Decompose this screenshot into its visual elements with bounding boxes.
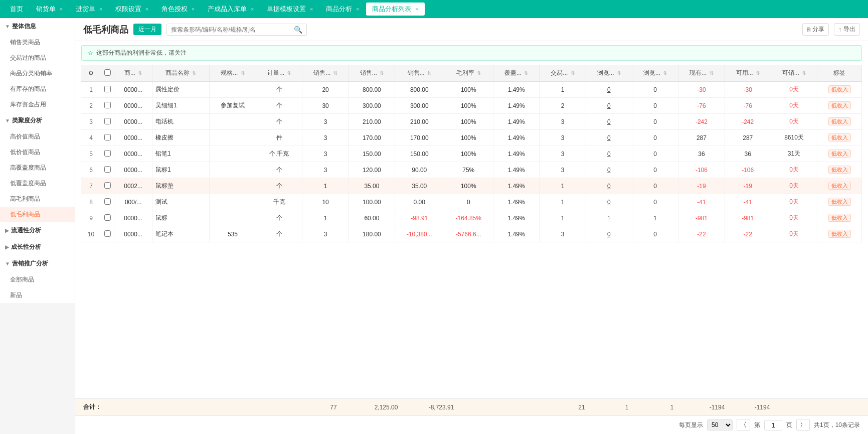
nav-permission-close[interactable]: ×	[145, 6, 148, 12]
cell-checkbox[interactable]	[101, 98, 114, 114]
prev-page-button[interactable]: 〈	[737, 419, 750, 431]
header-actions: ⎘ 分享 ↑ 导出	[802, 23, 860, 36]
export-button[interactable]: ↑ 导出	[834, 23, 860, 36]
row-checkbox[interactable]	[104, 118, 111, 124]
sidebar-group-growth[interactable]: ▶ 成长性分析	[0, 239, 75, 255]
cell-browse1[interactable]: 0	[586, 130, 632, 146]
page-number-input[interactable]	[764, 420, 782, 430]
row-checkbox[interactable]	[104, 150, 111, 157]
sidebar-item-all-goods[interactable]: 全部商品	[0, 272, 75, 287]
row-checkbox[interactable]	[104, 102, 111, 108]
sidebar-group-flow[interactable]: ▶ 流通性分析	[0, 222, 75, 239]
nav-role[interactable]: 角色授权 ×	[155, 3, 201, 16]
cell-checkbox[interactable]	[101, 226, 114, 242]
cell-name[interactable]: 橡皮擦	[152, 130, 210, 146]
cell-name[interactable]: 鼠标垫	[152, 178, 210, 194]
row-checkbox[interactable]	[104, 230, 111, 237]
cell-trade: 3	[540, 162, 586, 178]
cell-browse2: 0	[632, 82, 678, 98]
row-checkbox[interactable]	[104, 214, 111, 221]
nav-home[interactable]: 首页	[4, 3, 29, 16]
sidebar-item-sales-goods[interactable]: 销售类商品	[0, 35, 75, 50]
nav-role-close[interactable]: ×	[192, 6, 195, 12]
cell-checkbox[interactable]	[101, 146, 114, 162]
cell-browse1[interactable]: 0	[586, 98, 632, 114]
table-row: 7 0002... 鼠标垫 个 1 35.00 35.00 100% 1.49%…	[81, 178, 862, 194]
search-icon[interactable]: 🔍	[294, 26, 302, 34]
row-checkbox[interactable]	[104, 166, 111, 173]
sort-margin-icon: ⇅	[524, 70, 528, 76]
filter-recent-month-button[interactable]: 近一月	[133, 24, 161, 35]
cell-browse1[interactable]: 1	[586, 210, 632, 226]
share-icon: ⎘	[807, 26, 810, 33]
cell-name[interactable]: 吴细细1	[152, 98, 210, 114]
nav-sales[interactable]: 销货单 ×	[30, 3, 69, 16]
sidebar-item-stock-fund[interactable]: 库存资金占用	[0, 97, 75, 112]
nav-purchase[interactable]: 进货单 ×	[70, 3, 108, 16]
cell-name[interactable]: 鼠标1	[152, 162, 210, 178]
row-checkbox[interactable]	[104, 198, 111, 205]
sidebar-item-low-coverage[interactable]: 低覆盖度商品	[0, 176, 75, 191]
sidebar-group-marketing[interactable]: ▼ 营销推广分析	[0, 255, 75, 272]
sort-spec-icon: ⇅	[241, 70, 245, 76]
per-page-select[interactable]: 50 20 100	[707, 419, 733, 430]
sort-browse1-icon: ⇅	[617, 70, 621, 76]
nav-sales-close[interactable]: ×	[60, 6, 63, 12]
cell-browse1[interactable]: 0	[586, 178, 632, 194]
cell-browse1[interactable]: 0	[586, 146, 632, 162]
sidebar-group-general[interactable]: ▼ 整体信息	[0, 18, 75, 35]
cell-browse1[interactable]: 0	[586, 114, 632, 130]
sidebar-item-high-value[interactable]: 高价值商品	[0, 129, 75, 144]
search-input[interactable]	[171, 26, 294, 33]
cell-browse1[interactable]: 0	[586, 194, 632, 210]
cell-checkbox[interactable]	[101, 194, 114, 210]
cell-browse1[interactable]: 0	[586, 162, 632, 178]
select-all-checkbox[interactable]	[104, 69, 111, 76]
nav-goods-analysis[interactable]: 商品分析 ×	[320, 3, 365, 16]
cell-browse1[interactable]: 0	[586, 226, 632, 242]
sidebar-group-cluster[interactable]: ▼ 类聚度分析	[0, 112, 75, 129]
sidebar-item-high-margin[interactable]: 高毛利商品	[0, 191, 75, 207]
cell-checkbox[interactable]	[101, 114, 114, 130]
sidebar-item-traded-goods[interactable]: 交易过的商品	[0, 50, 75, 66]
sidebar-item-low-margin[interactable]: 低毛利商品	[0, 207, 75, 222]
nav-template-close[interactable]: ×	[310, 6, 313, 12]
nav-permission[interactable]: 权限设置 ×	[109, 3, 154, 16]
cell-checkbox[interactable]	[101, 178, 114, 194]
share-button[interactable]: ⎘ 分享	[802, 23, 829, 36]
sidebar-item-new-goods[interactable]: 新品	[0, 287, 75, 303]
sidebar-item-goods-category-rate[interactable]: 商品分类助销率	[0, 66, 75, 81]
cell-name[interactable]: 测试	[152, 194, 210, 210]
cell-name[interactable]: 属性定价	[152, 82, 210, 98]
cell-name[interactable]: 鼠标	[152, 210, 210, 226]
col-qty: 销售... ⇅	[302, 65, 349, 82]
nav-template[interactable]: 单据模板设置 ×	[261, 3, 319, 16]
cell-name[interactable]: 笔记本	[152, 226, 210, 242]
arrow-icon-marketing: ▼	[5, 261, 10, 266]
row-checkbox[interactable]	[104, 86, 111, 92]
col-gear[interactable]: ⚙	[81, 65, 101, 82]
cell-name[interactable]: 电话机	[152, 114, 210, 130]
cell-sales-amt: 800.00	[349, 82, 395, 98]
nav-purchase-close[interactable]: ×	[99, 6, 102, 12]
nav-product-in-close[interactable]: ×	[251, 6, 254, 12]
nav-goods-analysis-list-close[interactable]: ×	[415, 6, 418, 12]
nav-goods-analysis-list[interactable]: 商品分析列表 ×	[366, 3, 424, 16]
cell-code: 0000...	[114, 114, 152, 130]
cell-checkbox[interactable]	[101, 130, 114, 146]
sidebar-item-high-coverage[interactable]: 高覆盖度商品	[0, 160, 75, 176]
cell-stock: -106	[678, 162, 725, 178]
nav-goods-analysis-close[interactable]: ×	[356, 6, 359, 12]
nav-product-in[interactable]: 产成品入库单 ×	[202, 3, 260, 16]
row-checkbox[interactable]	[104, 182, 111, 189]
cell-browse1[interactable]: 0	[586, 82, 632, 98]
cell-name[interactable]: 铅笔1	[152, 146, 210, 162]
cell-checkbox[interactable]	[101, 82, 114, 98]
sidebar-item-low-value[interactable]: 低价值商品	[0, 144, 75, 160]
cell-checkbox[interactable]	[101, 162, 114, 178]
row-checkbox[interactable]	[104, 134, 111, 140]
cell-stock: 36	[678, 146, 725, 162]
cell-checkbox[interactable]	[101, 210, 114, 226]
next-page-button[interactable]: 〉	[796, 419, 810, 431]
sidebar-item-in-stock-goods[interactable]: 有库存的商品	[0, 81, 75, 97]
